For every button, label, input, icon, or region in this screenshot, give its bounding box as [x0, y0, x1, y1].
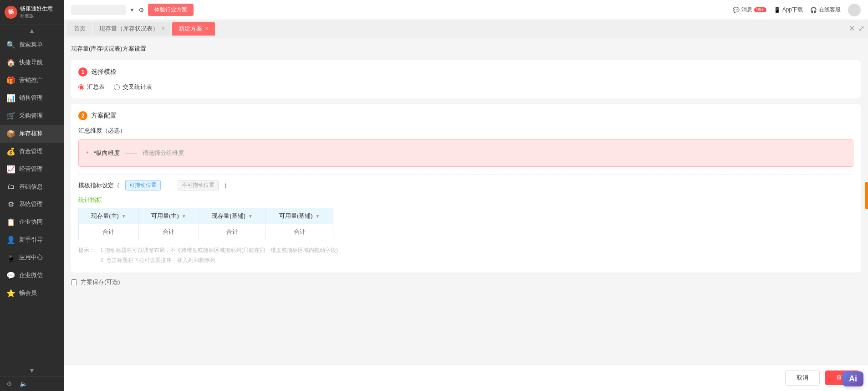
sidebar-item-label: 畅会员: [19, 289, 37, 297]
sidebar-item-corporate[interactable]: 📋 企业协同: [0, 213, 64, 231]
sidebar-item-label: 营销推广: [19, 76, 43, 84]
required-star: *: [86, 150, 88, 157]
radio-cross-label: 交叉统计表: [123, 83, 152, 91]
tab-new-scheme-label: 新建方案: [179, 25, 202, 33]
stats-table-body: 合计 合计 合计 合计: [79, 224, 333, 240]
sidebar-item-label: 搜索菜单: [19, 41, 43, 49]
radio-cross[interactable]: 交叉统计表: [114, 83, 152, 91]
gift-icon: 🎁: [6, 76, 15, 85]
radio-cross-input[interactable]: [114, 84, 120, 90]
messages-btn[interactable]: 💬 消息 99+: [733, 6, 766, 14]
not-draggable-tag: 不可拖动位置: [178, 180, 219, 190]
sidebar-item-membership[interactable]: ⭐ 畅会员: [0, 284, 64, 302]
sidebar-scroll-up[interactable]: ▲: [0, 25, 64, 36]
sidebar-item-label: 新手引导: [19, 236, 43, 244]
sidebar-item-purchase[interactable]: 🛒 采购管理: [0, 107, 64, 125]
vertical-dimension-label: *纵向维度: [94, 149, 120, 157]
sidebar-nav: 🔍 搜索菜单 🏠 快捷导航 🎁 营销推广 📊 销售管理 🛒 采购管理 📦 库存核…: [0, 36, 64, 365]
chart-icon: 📊: [6, 94, 15, 103]
col-header-3[interactable]: 可用量(基辅) ▼: [266, 208, 333, 224]
messages-badge: 99+: [754, 7, 766, 12]
page-title: 现存量(库存状况表)方案设置: [71, 45, 861, 53]
topbar-right: 💬 消息 99+ 📱 App下载 🎧 在线客服: [733, 4, 861, 16]
indicator-settings: 模板指标设定（ 可拖动位置 不可拖动位置 ）: [78, 180, 853, 190]
sidebar-item-sales[interactable]: 📊 销售管理: [0, 89, 64, 107]
app-download-btn[interactable]: 📱 App下载: [774, 6, 803, 14]
sidebar-item-label: 系统管理: [19, 200, 43, 208]
sidebar-item-label: 快捷导航: [19, 58, 43, 67]
col-label-2: 现存量(基辅): [212, 212, 245, 220]
radio-summary-input[interactable]: [78, 84, 84, 90]
sidebar-item-quick-nav[interactable]: 🏠 快捷导航: [0, 54, 64, 72]
draggable-tag: 可拖动位置: [125, 180, 161, 190]
cart-icon: 🛒: [6, 112, 15, 120]
sidebar-item-new-user[interactable]: 👤 新手引导: [0, 231, 64, 249]
online-support-btn[interactable]: 🎧 在线客服: [810, 6, 841, 14]
app-version: 标准版: [20, 13, 53, 19]
sidebar-item-search[interactable]: 🔍 搜索菜单: [0, 36, 64, 54]
home-icon: 🏠: [6, 58, 15, 67]
trial-button[interactable]: 体验行业方案: [148, 4, 194, 16]
cancel-button[interactable]: 取消: [785, 370, 820, 386]
topbar-gear-icon[interactable]: ⚙: [138, 6, 144, 14]
online-support-label: 在线客服: [819, 6, 841, 14]
search-input[interactable]: [71, 5, 126, 15]
sidebar-item-label: 企业微信: [19, 271, 43, 279]
tabbar: 首页 现存量（库存状况表） ✕ 新建方案 ✕ ✕ ⤢: [64, 20, 868, 37]
dropdown-icon[interactable]: ▼: [129, 7, 135, 13]
user-avatar[interactable]: [848, 4, 861, 16]
sidebar-item-marketing[interactable]: 🎁 营销推广: [0, 72, 64, 89]
col-header-0[interactable]: 现存量(主) ▼: [79, 208, 139, 224]
sidebar-scroll-down[interactable]: ▼: [0, 365, 64, 376]
section2-header: 2 方案配置: [78, 111, 853, 120]
sidebar-item-wechat[interactable]: 💬 企业微信: [0, 267, 64, 284]
stats-title: 统计指标: [78, 196, 853, 204]
sidebar-item-system[interactable]: ⚙ 系统管理: [0, 196, 64, 213]
col-arrow-3: ▼: [316, 214, 320, 219]
bottom-bar: 取消 查询: [64, 364, 868, 391]
sidebar-item-label: 应用中心: [19, 253, 43, 262]
tab-new-scheme[interactable]: 新建方案 ✕: [172, 22, 215, 36]
sidebar-item-label: 资金管理: [19, 147, 43, 155]
tab-inventory-status[interactable]: 现存量（库存状况表） ✕: [93, 22, 171, 36]
col-arrow-2: ▼: [248, 214, 253, 219]
col-label-1: 可用量(主): [151, 212, 179, 220]
cell-0-3: 合计: [266, 224, 333, 240]
corporate-icon: 📋: [6, 218, 15, 226]
sidebar-item-inventory[interactable]: 📦 库存核算: [0, 125, 64, 143]
logo-icon: 畅: [5, 6, 17, 19]
tab-inventory-close[interactable]: ✕: [161, 26, 165, 31]
col-header-2[interactable]: 现存量(基辅) ▼: [199, 208, 266, 224]
message-icon: 💬: [733, 7, 740, 13]
ai-badge[interactable]: Ai: [842, 371, 863, 386]
scroll-handle[interactable]: [865, 182, 868, 209]
sidebar-item-app-center[interactable]: 📱 应用中心: [0, 249, 64, 267]
sidebar-item-label: 经营管理: [19, 165, 43, 173]
phone-icon: 📱: [774, 7, 781, 13]
tab-home[interactable]: 首页: [67, 22, 92, 36]
tab-new-scheme-close[interactable]: ✕: [205, 26, 209, 31]
col-arrow-0: ▼: [122, 214, 126, 219]
sidebar-item-operations[interactable]: 📈 经营管理: [0, 160, 64, 178]
sidebar-item-finance[interactable]: 💰 资金管理: [0, 143, 64, 160]
tip-2-text: 2. 点击标题栏下拉可设置排序、插入列和删除列: [100, 257, 215, 263]
col-arrow-1: ▼: [182, 214, 186, 219]
tip-2: 2. 点击标题栏下拉可设置排序、插入列和删除列: [78, 256, 853, 266]
topbar: ▼ ⚙ 体验行业方案 💬 消息 99+ 📱 App下载 🎧 在线客服: [64, 0, 868, 20]
save-label: 方案保存(可选): [81, 278, 120, 286]
sidebar-item-basic-info[interactable]: 🗂 基础信息: [0, 178, 64, 196]
tab-home-label: 首页: [74, 25, 86, 33]
cell-0-1: 合计: [138, 224, 199, 240]
save-checkbox[interactable]: [71, 279, 77, 285]
col-header-1[interactable]: 可用量(主) ▼: [138, 208, 199, 224]
indicator-settings-suffix: ）: [224, 181, 230, 190]
radio-summary[interactable]: 汇总表: [78, 83, 105, 91]
radio-summary-label: 汇总表: [87, 83, 105, 91]
dimension-dash: ——: [125, 150, 137, 157]
volume-icon[interactable]: 🔈: [20, 380, 27, 387]
template-section: 1 选择模板 汇总表 交叉统计表: [71, 60, 861, 98]
tab-expand-icon[interactable]: ⤢: [858, 24, 864, 33]
settings-icon[interactable]: ⚙: [6, 380, 12, 387]
dimension-box[interactable]: * *纵向维度 —— 请选择分组维度: [78, 139, 853, 167]
tab-collapse-icon[interactable]: ✕: [849, 24, 855, 33]
